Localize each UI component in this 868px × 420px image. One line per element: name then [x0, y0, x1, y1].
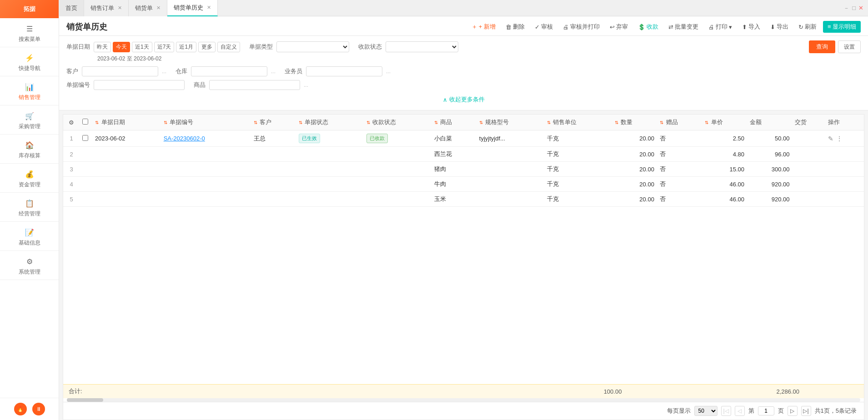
pause-icon[interactable]: ⏸ — [32, 403, 45, 415]
col-price[interactable]: ⇅ 单价 — [702, 115, 747, 130]
col-qty[interactable]: ⇅ 数量 — [612, 115, 657, 130]
sidebar-item-sales-mgmt[interactable]: 📊 销售管理 — [0, 76, 59, 105]
horizontal-scrollbar[interactable] — [67, 398, 860, 402]
select-all-checkbox[interactable] — [82, 119, 88, 125]
collect-button[interactable]: 💲 收款 — [634, 21, 662, 33]
date-btn-more[interactable]: 更多 — [198, 42, 216, 52]
page-number-input[interactable] — [758, 406, 774, 415]
col-doc-no[interactable]: ⇅ 单据编号 — [161, 115, 251, 130]
delete-button[interactable]: 🗑 删除 — [502, 21, 528, 33]
customer-input[interactable] — [82, 66, 158, 76]
date-btn-1month[interactable]: 近1月 — [176, 42, 196, 52]
warehouse-suffix[interactable]: ... — [271, 68, 276, 75]
prev-page-btn[interactable]: ◁ — [735, 406, 745, 416]
col-customer[interactable]: ⇅ 客户 — [251, 115, 296, 130]
sidebar-item-inventory[interactable]: 🏠 库存核算 — [0, 135, 59, 164]
col-doc-status[interactable]: ⇅ 单据状态 — [296, 115, 364, 130]
date-btn-1day[interactable]: 近1天 — [132, 42, 152, 52]
cell-checkbox[interactable] — [80, 130, 92, 147]
display-icon: ≡ — [828, 23, 831, 30]
cell-action — [825, 177, 864, 192]
abandon-button[interactable]: ↩ 弃审 — [606, 21, 632, 33]
tab-sales-order-close[interactable]: ✕ — [118, 5, 122, 11]
tab-sales-history[interactable]: 销货单历史 ✕ — [167, 0, 218, 16]
warehouse-input[interactable] — [191, 66, 267, 76]
review-print-button[interactable]: 🖨 审核并打印 — [559, 21, 603, 33]
cell-doc-no[interactable] — [161, 192, 251, 207]
cell-doc-no[interactable]: SA-20230602-0 — [161, 130, 251, 147]
next-page-btn[interactable]: ▷ — [788, 406, 798, 416]
export-button[interactable]: ⬇ 导出 — [767, 21, 792, 33]
last-page-btn[interactable]: ▷| — [801, 406, 811, 416]
cell-amount: 50.00 — [747, 130, 792, 147]
window-minimize[interactable]: － — [843, 4, 849, 12]
cell-doc-no[interactable] — [161, 162, 251, 177]
sidebar-item-ops-mgmt[interactable]: 📋 经营管理 — [0, 193, 59, 222]
col-settings[interactable]: ⚙ — [63, 115, 80, 130]
cell-checkbox[interactable] — [80, 177, 92, 192]
page-title: 销货单历史 — [66, 21, 107, 32]
tab-sales-goods[interactable]: 销货单 ✕ — [129, 0, 167, 16]
salesperson-input[interactable] — [306, 66, 382, 76]
goods-suffix[interactable]: ... — [304, 82, 308, 88]
tab-sales-history-close[interactable]: ✕ — [207, 5, 211, 10]
tab-sales-order[interactable]: 销售订单 ✕ — [84, 0, 129, 16]
salesperson-suffix[interactable]: ... — [386, 68, 391, 75]
refresh-button[interactable]: ↻ 刷新 — [795, 21, 820, 33]
query-button[interactable]: 查询 — [809, 40, 835, 53]
collapse-button[interactable]: ∧ 收起更多条件 — [66, 94, 861, 105]
cell-checkbox[interactable] — [80, 147, 92, 162]
col-doc-date[interactable]: ⇅ 单据日期 — [92, 115, 161, 130]
cell-checkbox[interactable] — [80, 192, 92, 207]
cell-doc-no[interactable] — [161, 147, 251, 162]
sidebar-item-quick-nav[interactable]: ⚡ 快捷导航 — [0, 47, 59, 76]
col-checkbox[interactable] — [80, 115, 92, 130]
window-restore[interactable]: □ — [852, 5, 856, 11]
sidebar-item-search-menu[interactable]: ☰ 搜索菜单 — [0, 18, 59, 47]
sidebar-item-purchase-mgmt[interactable]: 🛒 采购管理 — [0, 105, 59, 135]
doc-no-label: 单据编号 — [66, 81, 90, 89]
batch-change-icon: ⇄ — [668, 24, 673, 30]
tab-sales-goods-close[interactable]: ✕ — [156, 5, 161, 11]
setting-button[interactable]: 设置 — [838, 40, 861, 53]
per-page-select[interactable]: 50 100 — [694, 406, 717, 416]
edit-btn[interactable]: ✎ — [828, 135, 833, 142]
date-btn-yesterday[interactable]: 昨天 — [94, 42, 111, 52]
goods-input[interactable] — [209, 80, 300, 90]
table-header: ⚙ ⇅ 单据日期 ⇅ 单据编号 — [63, 115, 864, 130]
sidebar-item-finance-mgmt[interactable]: 💰 资金管理 — [0, 164, 59, 193]
print-button[interactable]: 🖨 打印 ▾ — [705, 21, 736, 33]
tab-home[interactable]: 首页 — [59, 0, 84, 16]
collapse-label: 收起更多条件 — [449, 95, 485, 104]
more-btn[interactable]: ⋮ — [836, 135, 843, 142]
table-settings-icon[interactable]: ⚙ — [69, 119, 74, 126]
col-gift[interactable]: ⇅ 赠品 — [657, 115, 702, 130]
cell-unit: 千克 — [544, 162, 612, 177]
fire-icon[interactable]: 🔥 — [14, 403, 27, 415]
window-close[interactable]: ✕ — [858, 5, 863, 11]
col-goods[interactable]: ⇅ 商品 — [431, 115, 477, 130]
add-button[interactable]: ＋ + 新增 — [468, 21, 499, 33]
collect-status-select[interactable] — [386, 41, 458, 52]
sidebar-item-label: 经营管理 — [19, 210, 40, 218]
col-collect-status[interactable]: ⇅ 收款状态 — [364, 115, 431, 130]
sidebar-item-sys-mgmt[interactable]: ⚙ 系统管理 — [0, 251, 59, 280]
customer-suffix[interactable]: ... — [162, 68, 166, 75]
date-btn-today[interactable]: 今天 — [113, 42, 130, 52]
import-button[interactable]: ⬆ 导入 — [738, 21, 764, 33]
first-page-btn[interactable]: |◁ — [721, 406, 731, 416]
review-button[interactable]: ✓ 审核 — [531, 21, 557, 33]
doc-type-select[interactable] — [276, 41, 349, 52]
cell-doc-no[interactable] — [161, 177, 251, 192]
date-btn-7day[interactable]: 近7天 — [154, 42, 175, 52]
doc-no-input[interactable] — [94, 80, 185, 90]
display-detail-button[interactable]: ≡ 显示明细 — [823, 21, 861, 33]
cell-checkbox[interactable] — [80, 162, 92, 177]
sidebar-item-basic-info[interactable]: 📝 基础信息 — [0, 222, 59, 251]
batch-change-button[interactable]: ⇄ 批量变更 — [665, 21, 702, 33]
date-btn-custom[interactable]: 自定义 — [217, 42, 240, 52]
col-spec[interactable]: ⇅ 规格型号 — [477, 115, 544, 130]
cell-collect-status — [364, 147, 431, 162]
col-unit[interactable]: ⇅ 销售单位 — [544, 115, 612, 130]
scrollbar-thumb[interactable] — [67, 398, 103, 402]
